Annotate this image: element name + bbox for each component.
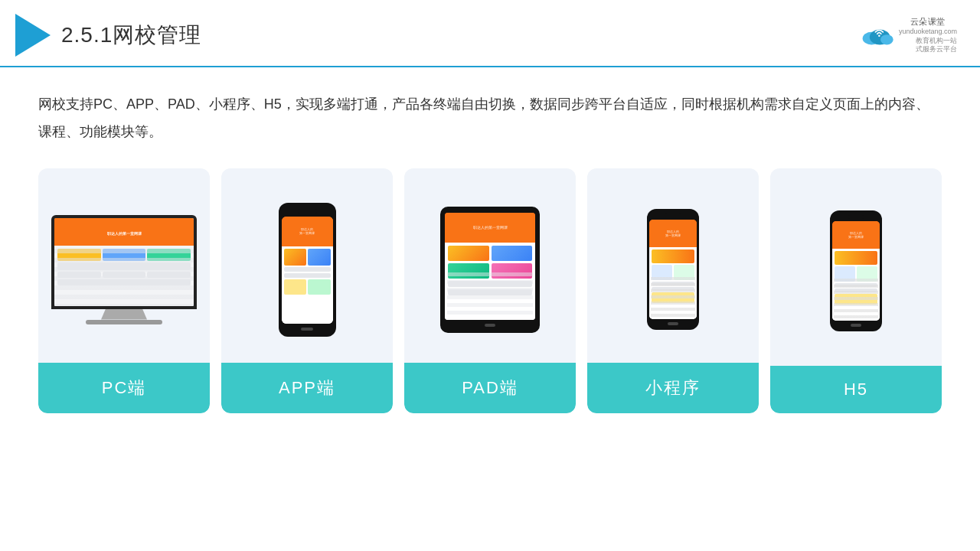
card-pad-label: PAD端 [404, 363, 576, 413]
phone-mockup-app: 职达人的第一堂网课 [279, 203, 336, 337]
phone-mockup-h5: 职达人的第一堂网课 [830, 210, 882, 331]
phone-screen-app: 职达人的第一堂网课 [282, 217, 333, 324]
page-title: 2.5.1网校管理 [61, 21, 201, 50]
brand-text-group: 云朵课堂 yunduoketang.com 教育机构一站 式服务云平台 [899, 16, 957, 54]
brand-icon-area: 云朵课堂 yunduoketang.com 教育机构一站 式服务云平台 [858, 16, 957, 54]
header-left: 2.5.1网校管理 [15, 14, 201, 57]
card-miniprogram: 职达人的第一堂网课 [587, 168, 759, 413]
app-image-area: 职达人的第一堂网课 [233, 184, 381, 363]
svg-point-3 [878, 35, 880, 37]
tablet-home-button [485, 324, 495, 327]
h5-content [835, 251, 877, 305]
monitor-body [54, 246, 194, 305]
phone-h5-notch [848, 215, 864, 219]
monitor-mockup: 职达人的第一堂网课 [51, 215, 197, 324]
phone-small-screen-mini: 职达人的第一堂网课 [649, 220, 697, 319]
card-pad: 职达人的第一堂网课 [404, 168, 576, 413]
phone-small-screen-h5: 职达人的第一堂网课 [832, 221, 880, 321]
brand-url: yunduoketang.com [899, 28, 957, 37]
h5-screen-body [832, 249, 880, 321]
mini-header-text: 职达人的第一堂网课 [665, 230, 681, 237]
phone-notch [298, 209, 317, 214]
tablet-screen: 职达人的第一堂网课 [445, 213, 535, 320]
pad-header-text: 职达人的第一堂网课 [473, 225, 508, 230]
monitor-stand [101, 309, 147, 320]
logo-icon [15, 14, 51, 57]
app-header-text: 职达人的第一堂网课 [299, 227, 315, 235]
app-screen-body [282, 246, 333, 324]
svg-point-2 [880, 34, 893, 44]
app-screen-header: 职达人的第一堂网课 [282, 217, 333, 246]
card-miniprogram-label: 小程序 [587, 363, 759, 413]
phone-small-notch [665, 214, 681, 217]
monitor-outer: 职达人的第一堂网课 [51, 215, 197, 309]
pad-body [445, 243, 535, 320]
brand-logo: 云朵课堂 yunduoketang.com 教育机构一站 式服务云平台 [858, 16, 957, 54]
pad-grid [448, 246, 532, 295]
mini-home-button [668, 322, 678, 325]
brand-tagline: 教育机构一站 式服务云平台 [899, 37, 957, 54]
miniprogram-image-area: 职达人的第一堂网课 [599, 184, 747, 363]
tablet-mockup: 职达人的第一堂网课 [440, 207, 540, 333]
pc-image-area: 职达人的第一堂网课 [50, 184, 198, 363]
page-header: 2.5.1网校管理 云朵课堂 yunduoketang.com 教育机构一 [0, 0, 980, 67]
monitor-screen: 职达人的第一堂网课 [54, 218, 194, 306]
h5-screen-header: 职达人的第一堂网课 [832, 221, 880, 249]
mini-screen-header: 职达人的第一堂网课 [649, 220, 697, 247]
monitor-grid [57, 249, 191, 285]
card-pc: 职达人的第一堂网课 [38, 168, 210, 413]
description-text: 网校支持PC、APP、PAD、小程序、H5，实现多端打通，产品各终端自由切换，数… [38, 90, 942, 145]
monitor-header-text: 职达人的第一堂网课 [107, 231, 142, 236]
card-app-label: APP端 [221, 363, 393, 413]
monitor-content: 职达人的第一堂网课 [54, 218, 194, 306]
phone-home-button [301, 328, 313, 331]
pad-screen-header: 职达人的第一堂网课 [445, 213, 535, 243]
cards-container: 职达人的第一堂网课 [38, 168, 942, 413]
main-content: 网校支持PC、APP、PAD、小程序、H5，实现多端打通，产品各终端自由切换，数… [0, 67, 980, 429]
cloud-icon [858, 23, 896, 47]
h5-home-button [851, 324, 861, 327]
h5-image-area: 职达人的第一堂网课 [782, 184, 930, 366]
app-screen-items [284, 249, 331, 295]
card-h5: 职达人的第一堂网课 [770, 168, 942, 413]
card-app: 职达人的第一堂网课 [221, 168, 393, 413]
phone-mockup-mini: 职达人的第一堂网课 [647, 209, 699, 330]
h5-header-text: 职达人的第一堂网课 [848, 231, 864, 239]
card-pc-label: PC端 [38, 363, 210, 413]
mini-content [652, 249, 694, 303]
header-right: 云朵课堂 yunduoketang.com 教育机构一站 式服务云平台 [858, 16, 957, 54]
mini-screen-body [649, 247, 697, 319]
card-h5-label: H5 [770, 366, 942, 413]
monitor-base [86, 320, 162, 324]
monitor-header: 职达人的第一堂网课 [56, 220, 192, 248]
pad-image-area: 职达人的第一堂网课 [416, 184, 564, 363]
brand-name: 云朵课堂 [899, 16, 957, 28]
